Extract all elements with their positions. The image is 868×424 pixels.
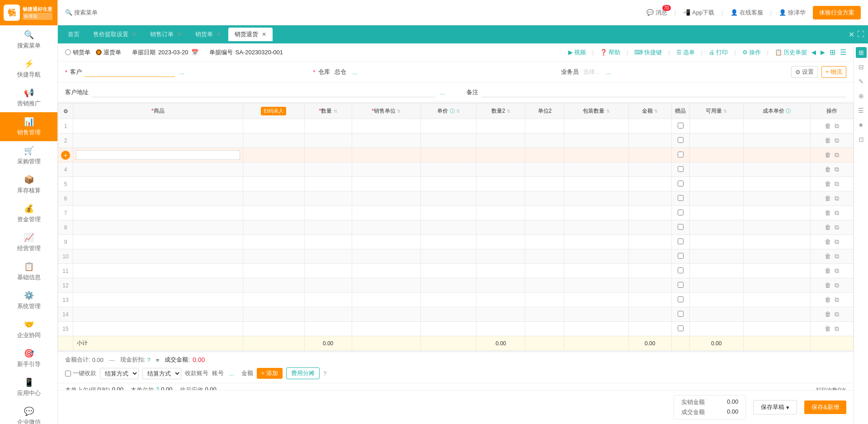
gift-check-3[interactable] <box>678 152 684 157</box>
sidebar-item-quick-nav[interactable]: ⚡快捷导航 <box>0 54 57 83</box>
add-payment-btn[interactable]: + 添加 <box>257 368 283 379</box>
rp-7[interactable]: ⊡ <box>856 134 867 145</box>
copy-row-btn-8[interactable]: ⧉ <box>835 224 839 231</box>
radio-return[interactable]: 退货单 <box>96 48 121 57</box>
copy-row-btn-12[interactable]: ⧉ <box>835 281 839 289</box>
product-cell-4[interactable] <box>73 162 243 177</box>
sidebar-item-purchase[interactable]: 🛒采购管理 <box>0 141 57 170</box>
online-service-btn[interactable]: 👤 在线客服 <box>731 9 763 17</box>
split-cost-btn[interactable]: 费用分摊 <box>286 367 320 379</box>
one-click-pay-checkbox[interactable]: 一键收款 <box>65 369 96 377</box>
copy-row-btn-9[interactable]: ⧉ <box>835 238 839 245</box>
tab-sales-order[interactable]: 销售订单✕ <box>144 28 188 41</box>
delete-row-btn-15[interactable]: 🗑 <box>825 325 831 332</box>
product-cell-6[interactable] <box>73 191 243 206</box>
tab-close-sales-delivery[interactable]: ✕ <box>217 31 221 38</box>
tab-price-settings[interactable]: 售价提取设置✕ <box>87 28 143 41</box>
delete-row-btn-3[interactable]: 🗑 <box>825 151 831 158</box>
product-cell-3[interactable] <box>73 148 243 162</box>
gift-checkbox-cell-11[interactable] <box>671 264 689 278</box>
sidebar-item-basic-info[interactable]: 📋基础信息 <box>0 257 57 286</box>
gift-check-14[interactable] <box>678 311 684 317</box>
product-cell-10[interactable] <box>73 249 243 264</box>
copy-row-btn-6[interactable]: ⧉ <box>835 195 839 202</box>
gift-check-2[interactable] <box>678 137 684 143</box>
rp-6[interactable]: ★ <box>856 119 867 130</box>
delete-row-btn-1[interactable]: 🗑 <box>825 122 831 129</box>
address-picker-btn[interactable]: ... <box>440 89 445 96</box>
gift-checkbox-cell-2[interactable] <box>671 133 689 148</box>
next-btn[interactable]: ▶ <box>821 49 825 56</box>
gift-checkbox-cell-13[interactable] <box>671 293 689 307</box>
product-cell-8[interactable] <box>73 220 243 235</box>
product-cell-12[interactable] <box>73 278 243 293</box>
delete-row-btn-2[interactable]: 🗑 <box>825 137 831 144</box>
delete-row-btn-14[interactable]: 🗑 <box>825 310 831 318</box>
delete-row-btn-4[interactable]: 🗑 <box>825 166 831 173</box>
message-btn[interactable]: 💬 消息 70 <box>646 9 667 17</box>
gift-check-5[interactable] <box>678 181 684 186</box>
warehouse-picker-btn[interactable]: ... <box>353 69 358 76</box>
rp-4[interactable]: ⊕ <box>856 91 867 101</box>
scan-btn[interactable]: 扫码录入 <box>261 107 286 115</box>
tab-close-icon[interactable]: ✕ <box>849 30 854 39</box>
delete-row-btn-13[interactable]: 🗑 <box>825 296 831 303</box>
print-btn[interactable]: 🖨 打印 <box>709 48 728 57</box>
gift-check-9[interactable] <box>678 238 684 244</box>
gift-check-6[interactable] <box>678 195 684 201</box>
product-cell-2[interactable] <box>73 133 243 148</box>
split-help-icon[interactable]: ? <box>323 370 326 377</box>
tab-expand-icon[interactable]: ⛶ <box>857 30 864 39</box>
sidebar-item-search[interactable]: 🔍搜索菜单 <box>0 25 57 54</box>
sidebar-item-inventory[interactable]: 📦库存核算 <box>0 170 57 199</box>
copy-row-btn-5[interactable]: ⧉ <box>835 180 839 187</box>
customer-picker-btn[interactable]: ... <box>179 69 184 76</box>
copy-row-btn-13[interactable]: ⧉ <box>835 296 839 303</box>
help-btn[interactable]: ❓ 帮助 <box>600 48 620 57</box>
rp-1[interactable]: ⊞ <box>856 47 867 58</box>
gift-checkbox-cell-4[interactable] <box>671 162 689 177</box>
shortcut-btn[interactable]: ⌨ 快捷键 <box>634 48 662 57</box>
gift-check-8[interactable] <box>678 224 684 230</box>
delete-row-btn-9[interactable]: 🗑 <box>825 238 831 245</box>
rp-5[interactable]: ☰ <box>856 105 867 116</box>
tab-sales-delivery[interactable]: 销货单✕ <box>189 28 227 41</box>
product-cell-1[interactable] <box>73 119 243 133</box>
delete-row-btn-6[interactable]: 🗑 <box>825 195 831 202</box>
product-cell-13[interactable] <box>73 293 243 307</box>
sidebar-item-enterprise[interactable]: 🤝企业协同 <box>0 315 57 344</box>
salesperson-picker-btn[interactable]: ... <box>606 69 611 76</box>
gift-checkbox-cell-12[interactable] <box>671 278 689 293</box>
calendar-icon[interactable]: 📅 <box>191 49 198 56</box>
history-btn[interactable]: 📋 历史单据 <box>775 48 807 57</box>
sidebar-item-guide[interactable]: 🎯新手引导 <box>0 344 57 373</box>
customer-input[interactable] <box>85 67 175 77</box>
rp-2[interactable]: ⊟ <box>856 62 867 72</box>
sidebar-item-marketing[interactable]: 📢营销推广 <box>0 83 57 112</box>
copy-row-btn-1[interactable]: ⧉ <box>835 122 839 129</box>
gift-check-4[interactable] <box>678 166 684 172</box>
product-input-3[interactable] <box>76 150 240 160</box>
gift-check-15[interactable] <box>678 325 684 331</box>
delete-row-btn-12[interactable]: 🗑 <box>825 281 831 289</box>
tab-home[interactable]: 首页 <box>61 28 86 41</box>
debit-help-icon[interactable]: ? <box>156 386 159 390</box>
gift-check-1[interactable] <box>678 123 684 129</box>
delete-row-btn-10[interactable]: 🗑 <box>825 252 831 260</box>
gift-checkbox-cell-8[interactable] <box>671 220 689 235</box>
tab-close-sales-order[interactable]: ✕ <box>177 31 182 38</box>
gift-checkbox-cell-5[interactable] <box>671 177 689 191</box>
save-new-btn[interactable]: 保存&新增 <box>804 400 846 414</box>
remark-input[interactable] <box>481 87 846 97</box>
discount-help-icon[interactable]: ? <box>147 357 151 363</box>
address-input[interactable] <box>91 87 435 97</box>
save-draft-btn[interactable]: 保存草稿 ▾ <box>753 400 797 414</box>
copy-row-btn-7[interactable]: ⧉ <box>835 209 839 216</box>
copy-row-btn-11[interactable]: ⧉ <box>835 267 839 274</box>
sidebar-item-sales[interactable]: 📊销售管理 <box>0 112 57 141</box>
gift-check-7[interactable] <box>678 210 684 215</box>
sidebar-item-app-center[interactable]: 📱应用中心 <box>0 373 57 402</box>
add-logistics-btn[interactable]: + 物流 <box>821 66 846 78</box>
gift-checkbox-cell-10[interactable] <box>671 249 689 264</box>
radio-delivery[interactable]: 销货单 <box>65 48 90 57</box>
